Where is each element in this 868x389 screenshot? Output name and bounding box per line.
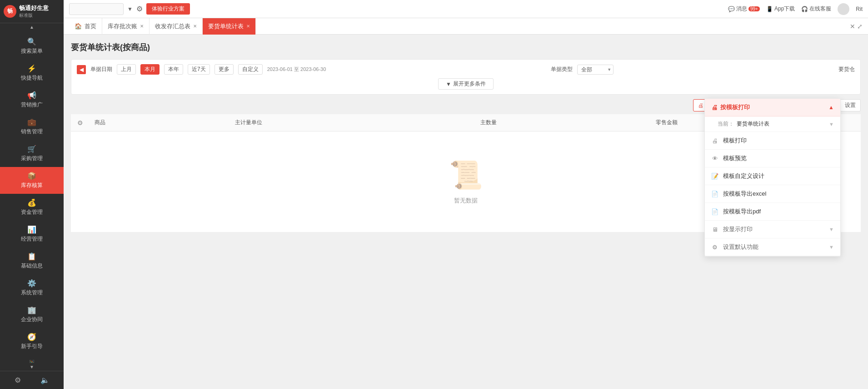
this-month-btn[interactable]: 本月 <box>140 64 160 75</box>
search-input[interactable] <box>69 3 124 15</box>
nav-icon-system: ⚙️ <box>27 279 36 288</box>
dropdown-close-chevron[interactable]: ▲ <box>828 104 834 111</box>
nav-label-sales: 销售管理 <box>21 128 43 136</box>
scroll-down-btn[interactable]: ▼ <box>0 363 64 371</box>
download-icon: 📱 <box>766 6 773 12</box>
dropdown-template-preview[interactable]: 👁 模板预览 <box>705 150 840 167</box>
sidebar-item-basic[interactable]: 📋 基础信息 <box>0 248 64 274</box>
dropdown-header: 🖨 按模板打印 ▲ <box>705 99 840 116</box>
more-date-btn[interactable]: 更多 <box>215 64 234 75</box>
set-default-icon: ⚙ <box>711 244 718 251</box>
topbar-dropdown[interactable]: ▼ <box>127 6 133 12</box>
topbar-right: 💬 消息 99+ 📱 App下载 🎧 在线客服 Rit <box>728 3 863 15</box>
nav-icon-finance: 💰 <box>27 198 36 207</box>
col-unit: 主计量单位 <box>229 114 475 131</box>
tab-inventory-batch-close[interactable]: ✕ <box>140 24 144 29</box>
page-area: 要货单统计表(按商品) ◀ 单据日期 上月 本月 本年 近7天 更多 自定义 2… <box>64 35 868 389</box>
col-quantity: 主数量 <box>475 114 650 131</box>
sidebar-item-operation[interactable]: 📊 经营管理 <box>0 221 64 248</box>
gear-icon[interactable]: ⚙ <box>136 5 143 13</box>
empty-text: 暂无数据 <box>454 197 478 205</box>
online-service-btn[interactable]: 🎧 在线客服 <box>801 5 831 13</box>
sidebar-item-purchase[interactable]: 🛒 采购管理 <box>0 140 64 167</box>
dropdown-export-pdf[interactable]: 📄 按模板导出pdf <box>705 203 840 221</box>
display-print-icon: 🖥 <box>711 226 718 233</box>
sidebar-item-appstore[interactable]: 📱 应用中心 <box>0 355 64 363</box>
sidebar-item-search[interactable]: 🔍 搜索菜单 <box>0 33 64 60</box>
filter-toggle-btn[interactable]: ◀ <box>77 65 86 74</box>
dropdown-export-excel[interactable]: 📄 按模板导出excel <box>705 185 840 203</box>
main-content: ▼ ⚙ 体验行业方案 💬 消息 99+ 📱 App下载 🎧 在线客服 Rit <box>64 0 868 389</box>
nav-label-purchase: 采购管理 <box>21 155 43 162</box>
nav-label-inventory: 库存核算 <box>21 182 43 189</box>
app-download-btn[interactable]: 📱 App下载 <box>766 5 795 13</box>
dropdown-display-print[interactable]: 🖥 按显示打印 ▼ <box>705 221 840 238</box>
nav-label-marketing: 营销推广 <box>21 101 43 109</box>
nav-label-guide: 新手引导 <box>21 343 43 350</box>
tab-order-stats[interactable]: 要货单统计表 ✕ <box>203 18 256 35</box>
nav-icon-marketing: 📢 <box>27 91 36 100</box>
speaker-icon[interactable]: 🔈 <box>40 376 50 384</box>
nav-icon-basic: 📋 <box>27 252 36 261</box>
page-title: 要货单统计表(按商品) <box>71 42 861 53</box>
nav-label-search: 搜索菜单 <box>21 47 43 55</box>
custom-date-btn[interactable]: 自定义 <box>238 64 263 75</box>
dropdown-template-print[interactable]: 🖨 模板打印 <box>705 132 840 150</box>
sidebar-item-guide[interactable]: 🧭 新手引导 <box>0 328 64 355</box>
sidebar-nav: 🔍 搜索菜单 ⚡ 快捷导航 📢 营销推广 💼 销售管理 🛒 采购管理 📦 库存核… <box>0 31 64 363</box>
sidebar-item-finance[interactable]: 💰 资金管理 <box>0 194 64 221</box>
message-badge: 99+ <box>748 6 760 11</box>
nav-label-shortcut: 快捷导航 <box>21 74 43 82</box>
dropdown-title: 🖨 按模板打印 <box>711 103 750 111</box>
this-year-btn[interactable]: 本年 <box>164 64 183 75</box>
last-month-btn[interactable]: 上月 <box>117 64 136 75</box>
message-btn[interactable]: 💬 消息 99+ <box>728 5 760 13</box>
topbar-left: ▼ ⚙ 体验行业方案 <box>69 3 190 15</box>
nav-icon-operation: 📊 <box>27 225 36 234</box>
sidebar-item-system[interactable]: ⚙️ 系统管理 <box>0 274 64 301</box>
export-pdf-icon: 📄 <box>711 208 718 215</box>
template-preview-icon: 👁 <box>711 155 718 162</box>
dropdown-set-default[interactable]: ⚙ 设置默认功能 ▼ <box>705 238 840 256</box>
sidebar-item-corp[interactable]: 🏢 企业协同 <box>0 301 64 328</box>
filter-expand-row: ▼ 展开更多条件 <box>77 78 855 90</box>
nav-icon-search: 🔍 <box>27 37 36 46</box>
nav-icon-appstore: 📱 <box>27 359 36 363</box>
tab-collection-summary-close[interactable]: ✕ <box>193 24 197 29</box>
nav-icon-purchase: 🛒 <box>27 145 36 153</box>
tab-maximize-btn[interactable]: ⤢ <box>857 23 863 30</box>
nav-icon-inventory: 📦 <box>27 172 36 180</box>
date-filter-label: 单据日期 <box>90 66 112 73</box>
tab-inventory-batch[interactable]: 库存批次账 ✕ <box>102 18 150 35</box>
last-7-days-btn[interactable]: 近7天 <box>188 64 210 75</box>
dropdown-template-custom[interactable]: 📝 模板自定义设计 <box>705 167 840 185</box>
avatar[interactable] <box>838 3 849 15</box>
sidebar-item-shortcut[interactable]: ⚡ 快捷导航 <box>0 60 64 86</box>
type-select[interactable]: 全部 <box>577 65 614 75</box>
tab-close-window-btn[interactable]: ✕ <box>850 23 855 30</box>
set-default-arrow: ▼ <box>829 244 834 250</box>
filter-row-1: ◀ 单据日期 上月 本月 本年 近7天 更多 自定义 2023-06-01 至 … <box>77 64 855 75</box>
trial-button[interactable]: 体验行业方案 <box>146 3 190 15</box>
tab-order-stats-close[interactable]: ✕ <box>246 24 250 29</box>
home-icon: 🏠 <box>75 23 82 30</box>
scroll-up-btn[interactable]: ▲ <box>0 23 64 31</box>
headset-icon: 🎧 <box>801 6 808 12</box>
settings-icon[interactable]: ⚙ <box>15 376 21 384</box>
sidebar-item-marketing[interactable]: 📢 营销推广 <box>0 86 64 113</box>
template-print-icon: 🖨 <box>711 137 718 144</box>
tab-collection-summary[interactable]: 收发存汇总表 ✕ <box>150 18 203 35</box>
display-print-arrow: ▼ <box>829 227 834 232</box>
nav-icon-guide: 🧭 <box>27 333 36 341</box>
expand-more-btn[interactable]: ▼ 展开更多条件 <box>438 78 494 90</box>
col-goods: 商品 <box>89 114 229 131</box>
current-template[interactable]: 当前： 要货单统计表 ▼ <box>705 116 840 132</box>
col-settings[interactable]: ⚙ <box>71 114 89 131</box>
tabs-bar: 🏠 要货单统计表(按商品) 首页 库存批次账 ✕ 收发存汇总表 ✕ 要货单统计表… <box>64 18 868 35</box>
tab-home[interactable]: 🏠 要货单统计表(按商品) 首页 <box>69 18 102 35</box>
settings-btn[interactable]: 设置 <box>840 99 861 111</box>
message-icon: 💬 <box>728 6 735 12</box>
sidebar-item-sales[interactable]: 💼 销售管理 <box>0 113 64 140</box>
username[interactable]: Rit <box>856 6 863 12</box>
sidebar-item-inventory[interactable]: 📦 库存核算 <box>0 167 64 194</box>
